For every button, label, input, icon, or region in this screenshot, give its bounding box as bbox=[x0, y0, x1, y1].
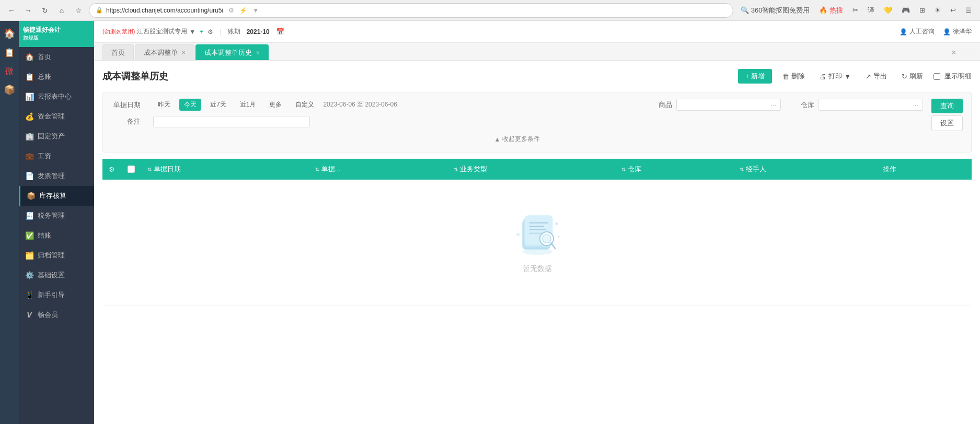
url-text: https://cloud.chanjet.com/accounting/uru… bbox=[106, 7, 223, 14]
tab-cost-adjust-close[interactable]: × bbox=[182, 49, 186, 56]
sidebar-label-settings: 基础设置 bbox=[38, 270, 65, 280]
game-tool[interactable]: 🎮 bbox=[898, 5, 913, 15]
remark-input[interactable] bbox=[153, 116, 310, 127]
sidebar-label-cloud-report: 云报表中心 bbox=[38, 92, 72, 101]
sidebar-item-cloud-report[interactable]: 📊 云报表中心 bbox=[19, 87, 94, 107]
th-warehouse-sort-icon: ⇅ bbox=[621, 167, 626, 172]
settings-tool[interactable]: ☀ bbox=[931, 5, 944, 15]
add-company-icon[interactable]: + bbox=[200, 28, 203, 36]
sidebar-item-settings[interactable]: ⚙️ 基础设置 bbox=[19, 265, 94, 285]
rail-item-4[interactable]: 📦 bbox=[1, 81, 18, 98]
reload-button[interactable]: ↻ bbox=[39, 4, 51, 17]
shortcut-today[interactable]: 今天 bbox=[179, 99, 201, 111]
address-bar[interactable]: 🔒 https://cloud.chanjet.com/accounting/u… bbox=[89, 3, 733, 18]
refresh-btn[interactable]: ↻ 刷新 bbox=[897, 69, 927, 83]
svg-point-11 bbox=[555, 222, 558, 225]
logo-sub: 旗舰版 bbox=[23, 34, 61, 42]
menu-tool[interactable]: ☰ bbox=[962, 5, 975, 15]
tab-history-label: 成本调整单历史 bbox=[204, 48, 252, 57]
sidebar-item-ledger[interactable]: 📋 总账 bbox=[19, 67, 94, 87]
shortcut-yesterday[interactable]: 昨天 bbox=[153, 99, 175, 111]
calendar-icon[interactable]: 📅 bbox=[276, 28, 284, 36]
rail-item-active[interactable]: 🏠 bbox=[1, 25, 18, 42]
sidebar-item-vip[interactable]: V 畅会员 bbox=[19, 305, 94, 325]
new-btn[interactable]: + 新增 bbox=[738, 69, 772, 84]
goods-input[interactable]: ··· bbox=[676, 99, 781, 111]
empty-state-row: 暂无数据 bbox=[102, 180, 972, 305]
warehouse-more-icon[interactable]: ··· bbox=[913, 101, 918, 109]
collapse-up-icon: ▲ bbox=[494, 136, 501, 143]
home-button[interactable]: ⌂ bbox=[55, 4, 68, 17]
company-selector[interactable]: (勿删勿禁用) 江西股宝测试专用 ▼ + ⚙ bbox=[102, 27, 213, 36]
undo-tool[interactable]: ↩ bbox=[947, 5, 959, 15]
sidebar-item-home[interactable]: 🏠 首页 bbox=[19, 47, 94, 67]
window-minimize-btn[interactable]: — bbox=[961, 45, 976, 60]
hot-search[interactable]: 🔥 热搜 bbox=[816, 5, 846, 16]
sidebar-item-tax[interactable]: 🧾 税务管理 bbox=[19, 206, 94, 226]
wallet-tool[interactable]: 💛 bbox=[881, 5, 895, 15]
export-btn[interactable]: ↗ 导出 bbox=[861, 69, 891, 83]
tab-history-close[interactable]: × bbox=[256, 49, 260, 56]
sidebar-item-inventory[interactable]: 📦 库存核算 bbox=[19, 186, 94, 206]
th-checkbox[interactable] bbox=[121, 159, 141, 180]
inventory-icon: 📦 bbox=[27, 192, 35, 200]
user-service-btn[interactable]: 👤 人工咨询 bbox=[900, 27, 935, 36]
remark-input-field[interactable] bbox=[158, 118, 305, 125]
print-btn[interactable]: 🖨 打印 ▼ bbox=[815, 69, 855, 83]
goods-input-field[interactable] bbox=[681, 101, 770, 109]
th-date[interactable]: ⇅ 单据日期 bbox=[141, 159, 309, 180]
sidebar-label-archive: 归档管理 bbox=[38, 251, 65, 260]
query-btn[interactable]: 查询 bbox=[931, 99, 963, 113]
period-value: 2021-10 bbox=[247, 28, 270, 36]
scissors-tool[interactable]: ✂ bbox=[849, 5, 861, 15]
sidebar-item-closing[interactable]: ✅ 结账 bbox=[19, 226, 94, 245]
rail-item-2[interactable]: 📋 bbox=[1, 44, 18, 61]
window-close-btn[interactable]: × bbox=[947, 45, 961, 60]
sidebar-item-salary[interactable]: 💼 工资 bbox=[19, 146, 94, 166]
translate-tool[interactable]: 译 bbox=[864, 5, 878, 16]
profile-icon: 👤 bbox=[943, 28, 951, 36]
th-settings[interactable]: ⚙ bbox=[102, 159, 121, 180]
tab-cost-adjust[interactable]: 成本调整单 × bbox=[135, 44, 194, 60]
collapse-btn[interactable]: ▲ 收起更多条件 bbox=[111, 133, 923, 146]
shortcut-more[interactable]: 更多 bbox=[264, 99, 286, 111]
sidebar-item-archive[interactable]: 🗂️ 归档管理 bbox=[19, 245, 94, 265]
search-tool[interactable]: 🔍 360智能抠图免费用 bbox=[737, 5, 813, 16]
display-checkbox[interactable] bbox=[933, 73, 940, 80]
rail-item-weibo[interactable]: 微 bbox=[1, 63, 18, 79]
service-label: 人工咨询 bbox=[909, 27, 935, 36]
tab-cost-adjust-history[interactable]: 成本调整单历史 × bbox=[195, 44, 269, 60]
forward-button[interactable]: → bbox=[22, 4, 34, 17]
th-type-sort-icon: ⇅ bbox=[454, 167, 458, 172]
tab-home[interactable]: 首页 bbox=[102, 44, 134, 60]
display-label: 显示明细 bbox=[944, 72, 972, 81]
settings-gear-icon[interactable]: ⚙ bbox=[109, 166, 115, 173]
shortcut-1month[interactable]: 近1月 bbox=[235, 99, 261, 111]
select-all-checkbox[interactable] bbox=[128, 166, 135, 173]
company-settings-icon[interactable]: ⚙ bbox=[207, 28, 213, 36]
back-button[interactable]: ← bbox=[5, 4, 18, 17]
warehouse-input[interactable]: ··· bbox=[818, 99, 923, 111]
invoice-icon: 📄 bbox=[25, 172, 33, 180]
th-number[interactable]: ⇅ 单据... bbox=[309, 159, 448, 180]
th-handler[interactable]: ⇅ 经手人 bbox=[733, 159, 876, 180]
sidebar-item-fixed-assets[interactable]: 🏢 固定资产 bbox=[19, 126, 94, 146]
th-number-sort-icon: ⇅ bbox=[315, 167, 319, 172]
bookmark-button[interactable]: ☆ bbox=[72, 4, 85, 17]
sidebar-item-invoice[interactable]: 📄 发票管理 bbox=[19, 166, 94, 186]
sidebar: 畅捷通好会计 旗舰版 🏠 首页 📋 总账 📊 云报表中心 💰 资金管理 bbox=[19, 21, 94, 424]
th-type[interactable]: ⇅ 业务类型 bbox=[447, 159, 615, 180]
shortcut-7days[interactable]: 近7天 bbox=[205, 99, 231, 111]
shortcut-custom[interactable]: 自定义 bbox=[291, 99, 319, 111]
set-btn[interactable]: 设置 bbox=[931, 115, 963, 131]
display-toggle[interactable]: 显示明细 bbox=[933, 72, 972, 81]
goods-more-icon[interactable]: ··· bbox=[770, 101, 776, 109]
user-profile-btn[interactable]: 👤 徐泽华 bbox=[943, 27, 972, 36]
vip-icon: V bbox=[25, 311, 33, 319]
th-warehouse[interactable]: ⇅ 仓库 bbox=[615, 159, 733, 180]
delete-btn[interactable]: 🗑 删除 bbox=[778, 69, 809, 83]
sidebar-item-guide[interactable]: 📱 新手引导 bbox=[19, 285, 94, 305]
grid-tool[interactable]: ⊞ bbox=[916, 5, 928, 15]
sidebar-item-fund[interactable]: 💰 资金管理 bbox=[19, 107, 94, 126]
warehouse-input-field[interactable] bbox=[823, 101, 913, 109]
